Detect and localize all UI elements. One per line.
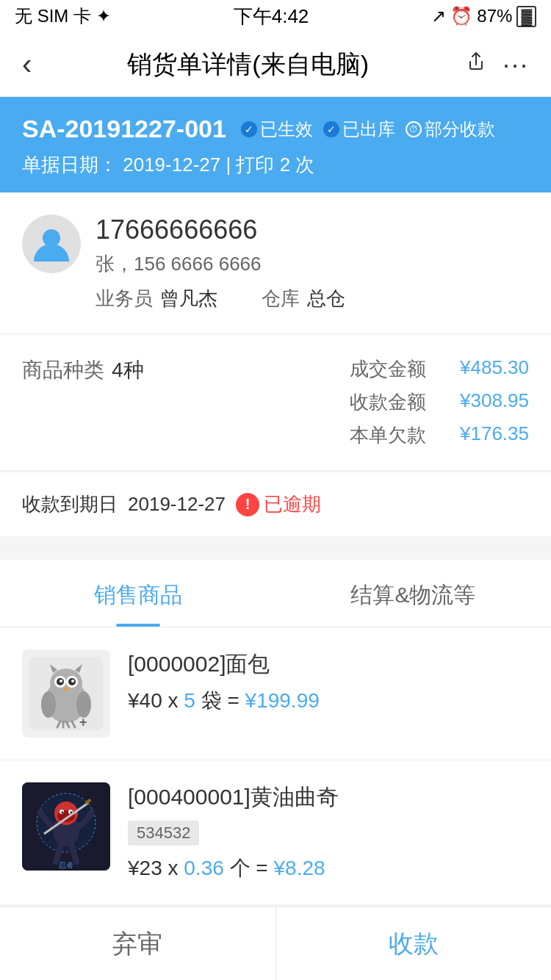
order-id: SA-20191227-001 [22, 115, 226, 143]
qty-1: 5 [184, 689, 195, 712]
category-label: 商品种类 [22, 356, 104, 384]
category-value: 4种 [112, 356, 144, 384]
svg-point-13 [41, 691, 56, 718]
customer-info: 17666666666 张，156 6666 6666 业务员 曾凡杰 仓库 总… [96, 215, 529, 311]
avatar [22, 215, 81, 273]
svg-point-23 [62, 812, 64, 814]
qty-2: 0.36 [184, 857, 224, 879]
banner-row1: SA-20191227-001 ✓ 已生效 ✓ 已出库 ⏱ 部分收款 [22, 115, 529, 143]
stats-left: 商品种类 4种 [22, 356, 144, 384]
deal-value: ¥485.30 [441, 356, 529, 382]
tab-sales-products[interactable]: 销售商品 [0, 560, 276, 627]
check-icon-1: ✓ [241, 121, 257, 137]
equals-2: = [256, 857, 273, 879]
warehouse-label: 仓库 [262, 286, 300, 311]
overdue-badge: ! 已逾期 [236, 491, 321, 517]
unit-1: 袋 [201, 689, 222, 712]
check-icon-2: ✓ [323, 121, 339, 137]
debt-row: 本单欠款 ¥176.35 [350, 422, 529, 448]
product-ninja-icon: 忍者 [22, 782, 110, 871]
sim-text: 无 SIM 卡 ✦ [15, 4, 111, 28]
received-row: 收款金额 ¥308.95 [350, 389, 529, 415]
svg-point-10 [60, 680, 62, 682]
product-tag-2: 534532 [128, 821, 199, 846]
banner-date-row: 单据日期： 2019-12-27 | 打印 2 次 [22, 152, 529, 178]
overdue-text: 已逾期 [264, 491, 321, 517]
print-text: | 打印 2 次 [226, 154, 314, 176]
nav-bar: ‹ 销货单详情(来自电脑) ··· [0, 32, 551, 97]
tab-underline [116, 624, 160, 627]
share-icon[interactable] [464, 50, 488, 79]
debt-label: 本单欠款 [350, 422, 426, 448]
unit-2: 个 [230, 857, 251, 879]
confirm-button[interactable]: 收款 [276, 907, 552, 980]
order-date: 2019-12-27 [123, 154, 220, 176]
multiply-1: x [168, 689, 184, 712]
due-date: 2019-12-27 [128, 493, 226, 516]
badge-shipped: ✓ 已出库 [323, 118, 395, 141]
product-item-2: 忍者 [000400001]黄油曲奇 534532 ¥23 x 0.36 个 =… [0, 760, 551, 905]
status-left: 无 SIM 卡 ✦ [15, 4, 111, 28]
sales-name: 曾凡杰 [160, 286, 217, 311]
total-1: ¥199.99 [245, 689, 320, 712]
svg-text:忍者: 忍者 [58, 861, 73, 869]
price-2: ¥23 [128, 857, 162, 879]
product-details-2: [000400001]黄油曲奇 534532 ¥23 x 0.36 个 = ¥8… [128, 782, 529, 882]
product-name-1: [0000002]面包 [128, 649, 529, 680]
received-value: ¥308.95 [441, 389, 529, 415]
deal-label: 成交金额 [350, 356, 426, 382]
status-bar: 无 SIM 卡 ✦ 下午4:42 ↗ ⏰ 87% ▓ [0, 0, 551, 32]
battery-text: 87% [477, 6, 512, 26]
header-banner: SA-20191227-001 ✓ 已生效 ✓ 已出库 ⏱ 部分收款 单据日期：… [0, 97, 551, 192]
badge-partial: ⏱ 部分收款 [406, 118, 495, 141]
warehouse-meta: 仓库 总仓 [262, 286, 345, 311]
svg-point-14 [76, 691, 91, 718]
customer-meta: 业务员 曾凡杰 仓库 总仓 [96, 286, 529, 311]
product-image-1: + [22, 649, 110, 738]
stats-right: 成交金额 ¥485.30 收款金额 ¥308.95 本单欠款 ¥176.35 [350, 356, 529, 448]
more-icon[interactable]: ··· [503, 49, 529, 80]
received-label: 收款金额 [350, 389, 426, 415]
user-avatar-icon [29, 222, 73, 266]
product-name-2: [000400001]黄油曲奇 [128, 782, 529, 813]
warehouse-name: 总仓 [307, 286, 345, 311]
price-1: ¥40 [128, 689, 162, 712]
product-price-2: ¥23 x 0.36 个 = ¥8.28 [128, 854, 529, 882]
total-2: ¥8.28 [273, 857, 325, 879]
customer-section: 17666666666 张，156 6666 6666 业务员 曾凡杰 仓库 总… [0, 192, 551, 334]
product-image-2: 忍者 [22, 782, 110, 871]
tabs-section: 销售商品 结算&物流等 [0, 560, 551, 627]
overdue-icon: ! [236, 493, 259, 516]
svg-text:+: + [79, 715, 87, 729]
clock-icon: ⏱ [406, 121, 422, 137]
bottom-bar: 弃审 收款 [0, 907, 551, 980]
products-section: + [0000002]面包 ¥40 x 5 袋 = ¥199.99 [0, 627, 551, 905]
date-label: 单据日期： [22, 154, 118, 176]
product-item-1: + [0000002]面包 ¥40 x 5 袋 = ¥199.99 [0, 627, 551, 760]
due-label: 收款到期日 [22, 491, 118, 517]
equals-1: = [227, 689, 245, 712]
thin-divider-2 [0, 470, 551, 471]
due-section: 收款到期日 2019-12-27 ! 已逾期 [0, 472, 551, 536]
alarm-icon: ⏰ [450, 6, 472, 26]
sales-label: 业务员 [96, 286, 153, 311]
page-title: 销货单详情(来自电脑) [127, 48, 369, 82]
tab-settlement[interactable]: 结算&物流等 [276, 560, 551, 627]
section-divider [0, 536, 551, 548]
tabs-row: 销售商品 结算&物流等 [0, 560, 551, 627]
stats-section: 商品种类 4种 成交金额 ¥485.30 收款金额 ¥308.95 本单欠款 ¥… [0, 334, 551, 470]
product-price-1: ¥40 x 5 袋 = ¥199.99 [128, 687, 529, 715]
debt-value: ¥176.35 [441, 422, 529, 448]
cancel-button[interactable]: 弃审 [0, 907, 276, 980]
back-button[interactable]: ‹ [22, 48, 32, 81]
customer-id: 17666666666 [96, 215, 529, 245]
battery-icon: ▓ [516, 6, 536, 27]
customer-name-phone: 张，156 6666 6666 [96, 251, 529, 277]
multiply-2: x [168, 857, 184, 879]
status-time: 下午4:42 [234, 4, 309, 29]
status-right: ↗ ⏰ 87% ▓ [431, 6, 536, 27]
nav-actions: ··· [464, 49, 529, 80]
product-details-1: [0000002]面包 ¥40 x 5 袋 = ¥199.99 [128, 649, 529, 738]
sales-meta: 业务员 曾凡杰 [96, 286, 217, 311]
status-badges: ✓ 已生效 ✓ 已出库 ⏱ 部分收款 [241, 118, 495, 141]
